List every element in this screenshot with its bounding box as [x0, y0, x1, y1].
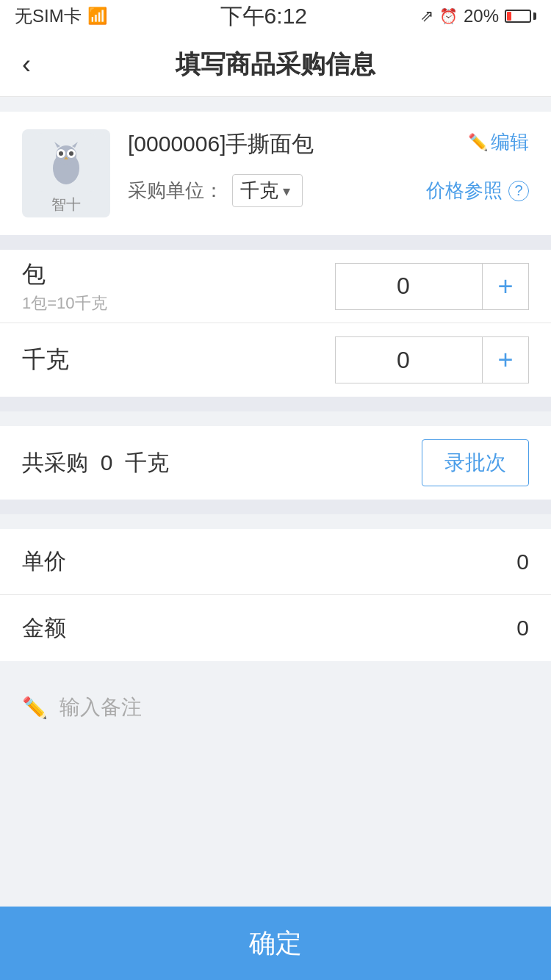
unit-price-value: 0	[516, 550, 529, 574]
bag-input-control: +	[335, 263, 529, 310]
back-button[interactable]: ‹	[22, 49, 31, 80]
svg-point-5	[59, 151, 63, 156]
wifi-icon: 📶	[87, 7, 107, 26]
carrier-text: 无SIM卡	[15, 4, 82, 28]
battery-icon	[505, 10, 536, 23]
status-bar: 无SIM卡 📶 下午6:12 ⇗ ⏰ 20%	[0, 0, 551, 32]
kg-input-row: 千克 +	[0, 323, 551, 397]
unit-price-label: 单价	[22, 547, 66, 577]
edit-button[interactable]: ✏️ 编辑	[468, 129, 529, 155]
status-right: ⇗ ⏰ 20%	[420, 6, 536, 26]
remark-placeholder: 输入备注	[60, 693, 142, 721]
kg-input-control: +	[335, 336, 529, 383]
product-card: 智十 [0000006]手撕面包 ✏️ 编辑 采购单位：	[0, 112, 551, 235]
bag-quantity-input[interactable]	[335, 263, 482, 310]
separator-2	[0, 397, 551, 411]
product-name: [0000006]手撕面包	[128, 129, 314, 159]
page-title: 填写商品采购信息	[176, 48, 375, 82]
price-ref-button[interactable]: 价格参照 ?	[426, 178, 529, 203]
product-image: 智十	[22, 129, 110, 217]
remark-section[interactable]: ✏️ 输入备注	[0, 676, 551, 739]
summary-row: 共采购 0 千克 录批次	[0, 426, 551, 500]
status-time: 下午6:12	[220, 1, 307, 32]
product-logo	[37, 133, 96, 192]
input-section: 包 1包=10千克 + 千克 +	[0, 250, 551, 397]
amount-value: 0	[516, 616, 529, 641]
amount-label: 金额	[22, 613, 66, 644]
bag-sublabel: 1包=10千克	[22, 292, 107, 314]
summary-section: 共采购 0 千克 录批次	[0, 426, 551, 500]
kg-label: 千克	[22, 344, 69, 376]
separator-1	[0, 235, 551, 250]
unit-label: 采购单位：	[128, 178, 223, 203]
svg-point-6	[69, 151, 73, 156]
status-left: 无SIM卡 📶	[15, 4, 107, 28]
kg-quantity-input[interactable]	[335, 336, 482, 383]
location-icon: ⇗	[420, 7, 433, 26]
bag-plus-button[interactable]: +	[482, 263, 529, 310]
help-icon: ?	[508, 181, 529, 201]
separator-3	[0, 500, 551, 514]
product-info: [0000006]手撕面包 ✏️ 编辑 采购单位： 千克 ▾	[128, 129, 529, 207]
product-image-label: 智十	[51, 195, 81, 215]
bag-input-row: 包 1包=10千克 +	[0, 250, 551, 323]
content-filler	[0, 739, 551, 886]
confirm-button[interactable]: 确定	[0, 907, 551, 980]
bag-label: 包	[22, 259, 107, 291]
nav-bar: ‹ 填写商品采购信息	[0, 32, 551, 97]
price-section: 单价 0 金额 0	[0, 529, 551, 661]
chevron-down-icon: ▾	[283, 182, 290, 200]
battery-percent: 20%	[464, 6, 499, 26]
edit-icon: ✏️	[468, 133, 488, 152]
pencil-icon: ✏️	[22, 696, 48, 720]
unit-price-row: 单价 0	[0, 529, 551, 595]
amount-row: 金额 0	[0, 595, 551, 661]
batch-button[interactable]: 录批次	[422, 439, 529, 486]
alarm-icon: ⏰	[439, 7, 458, 25]
summary-text: 共采购 0 千克	[22, 448, 169, 478]
kg-plus-button[interactable]: +	[482, 336, 529, 383]
unit-select[interactable]: 千克 ▾	[232, 174, 303, 207]
